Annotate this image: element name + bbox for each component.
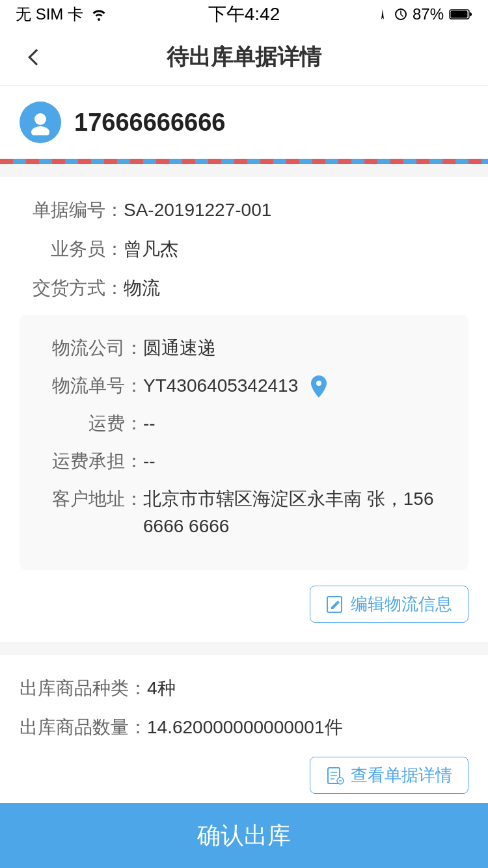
doc-num-label: 单据编号： (20, 197, 124, 224)
goods-quantity-value: 14.620000000000001件 (147, 714, 468, 741)
edit-logistics-label: 编辑物流信息 (351, 593, 452, 616)
goods-quantity-row: 出库商品数量： 14.620000000000001件 (20, 714, 468, 741)
nav-bar: 待出库单据详情 (0, 29, 488, 86)
goods-quantity-label: 出库商品数量： (20, 714, 147, 741)
status-bar-right: 87% (376, 5, 472, 23)
confirm-button[interactable]: 确认出库 (0, 803, 488, 868)
tracking-number: YT43064053424​13 (143, 372, 298, 400)
tracking-row: 物流单号： YT43064053424​13 (39, 372, 449, 400)
dashed-divider (0, 159, 488, 164)
svg-point-3 (34, 113, 46, 125)
delivery-value: 物流 (124, 275, 468, 302)
goods-type-value: 4种 (147, 675, 468, 702)
user-section: 17666666666 (0, 86, 488, 159)
freight-label: 运费： (39, 410, 143, 437)
company-row: 物流公司： 圆通速递 (39, 334, 449, 362)
delivery-label: 交货方式： (20, 275, 124, 302)
freight-bearer-value: -- (143, 448, 449, 475)
battery-label: 87% (413, 5, 444, 23)
user-phone: 17666666666 (74, 109, 225, 137)
view-detail-btn-wrapper: 查看单据详情 (20, 757, 468, 794)
doc-num-value: SA-20191227-001 (124, 197, 468, 224)
address-value: 北京市市辖区海淀区永丰南 张，156 6666 6666 (143, 485, 449, 540)
back-button[interactable] (20, 43, 48, 72)
svg-point-4 (31, 126, 49, 135)
view-detail-label: 查看单据详情 (351, 764, 452, 787)
avatar (20, 102, 61, 143)
bottom-button-wrapper: 确认出库 (0, 803, 488, 868)
tracking-label: 物流单号： (39, 372, 143, 400)
freight-bearer-row: 运费承担： -- (39, 448, 449, 475)
goods-section: 出库商品种类： 4种 出库商品数量： 14.620000000000001件 查… (0, 655, 488, 813)
document-info-section: 单据编号： SA-20191227-001 业务员： 曾凡杰 交货方式： 物流 … (0, 177, 488, 642)
status-bar: 无 SIM 卡 下午4:42 87% (0, 0, 488, 29)
freight-value: -- (143, 410, 449, 437)
address-label: 客户地址： (39, 485, 143, 513)
view-detail-button[interactable]: 查看单据详情 (310, 757, 468, 794)
svg-rect-2 (451, 11, 468, 18)
freight-bearer-label: 运费承担： (39, 448, 143, 475)
salesman-label: 业务员： (20, 236, 124, 263)
salesman-row: 业务员： 曾凡杰 (20, 236, 468, 263)
user-icon (27, 109, 53, 135)
goods-type-label: 出库商品种类： (20, 675, 147, 702)
company-value: 圆通速递 (143, 334, 449, 362)
company-label: 物流公司： (39, 334, 143, 362)
carrier-label: 无 SIM 卡 (16, 4, 83, 25)
page-title: 待出库单据详情 (167, 42, 321, 72)
location-arrow-icon (376, 8, 389, 21)
document-icon (326, 766, 344, 785)
clock-icon (394, 8, 407, 21)
logistics-card: 物流公司： 圆通速递 物流单号： YT43064053424​13 运费： -- (20, 315, 468, 570)
wifi-icon (90, 8, 108, 21)
address-row: 客户地址： 北京市市辖区海淀区永丰南 张，156 6666 6666 (39, 485, 449, 540)
salesman-value: 曾凡杰 (124, 236, 468, 263)
status-bar-time: 下午4:42 (208, 2, 280, 27)
edit-btn-wrapper: 编辑物流信息 (20, 586, 468, 623)
delivery-row: 交货方式： 物流 (20, 275, 468, 302)
doc-num-row: 单据编号： SA-20191227-001 (20, 197, 468, 224)
edit-logistics-button[interactable]: 编辑物流信息 (310, 586, 468, 623)
goods-type-row: 出库商品种类： 4种 (20, 675, 468, 702)
back-arrow-icon (28, 49, 44, 65)
edit-icon (326, 595, 344, 614)
freight-row: 运费： -- (39, 410, 449, 437)
map-pin-icon[interactable] (307, 374, 331, 398)
tracking-value-wrapper: YT43064053424​13 (143, 372, 449, 400)
status-bar-left: 无 SIM 卡 (16, 4, 108, 25)
battery-icon (449, 8, 472, 20)
